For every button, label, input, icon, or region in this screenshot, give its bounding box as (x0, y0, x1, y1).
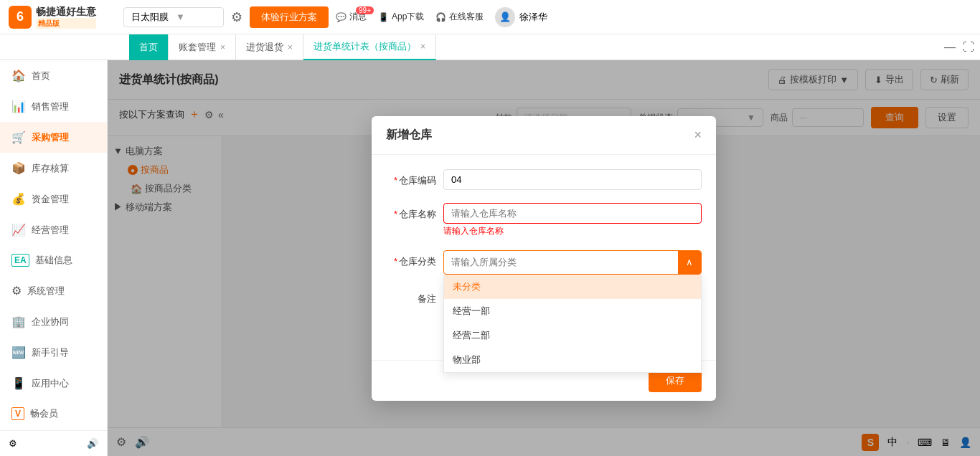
settings-gear-button[interactable]: ⚙ (231, 9, 242, 25)
sidebar-home-label: 首页 (32, 70, 50, 82)
tab-purchase-return-label: 进货退货 (246, 41, 283, 54)
category-arrow-icon[interactable]: ∧ (678, 251, 701, 274)
sidebar-purchase-label: 采购管理 (32, 131, 69, 144)
code-label: 仓库编码 (386, 169, 443, 187)
tab-bar-controls: — ⛶ (944, 41, 980, 54)
sales-icon: 📊 (11, 100, 26, 113)
sidebar-bottom: ⚙ 🔊 (0, 430, 107, 456)
sidebar-guide-label: 新手引导 (32, 346, 69, 359)
headset-icon: 🎧 (435, 12, 446, 22)
tab-home-label: 首页 (139, 41, 158, 54)
modal-body: 仓库编码 仓库名称 请输入仓库名称 (372, 155, 716, 360)
inventory-icon: 📦 (11, 161, 26, 175)
dropdown-item-0[interactable]: 未分类 (444, 275, 701, 299)
brand-text: 畅捷通好生意 精品版 (36, 5, 96, 29)
sidebar-item-sales[interactable]: 📊 销售管理 (0, 91, 107, 122)
name-label: 仓库名称 (386, 203, 443, 221)
tab-purchase-stats[interactable]: 进货单统计表（按商品） × (303, 34, 436, 60)
category-dropdown-list: 未分类 经营一部 经营二部 物业部 (443, 275, 702, 373)
name-input-wrap: 请输入仓库名称 (443, 203, 702, 237)
tab-accounts[interactable]: 账套管理 × (169, 34, 236, 60)
base-info-icon: EA (11, 254, 29, 267)
sidebar-item-home[interactable]: 🏠 首页 (0, 60, 107, 91)
tab-purchase-return[interactable]: 进货退货 × (236, 34, 303, 60)
top-header: 6 畅捷通好生意 精品版 日太阳膜 ▼ ⚙ 体验行业方案 💬 消息 99+ 📱 … (0, 0, 980, 34)
name-error-msg: 请输入仓库名称 (443, 225, 702, 237)
app-logo-icon: 6 (9, 6, 32, 29)
logo-area: 6 畅捷通好生意 精品版 (9, 5, 116, 29)
user-menu[interactable]: 👤 徐泽华 (495, 7, 547, 27)
app-download-button[interactable]: 📱 App下载 (378, 11, 424, 23)
sidebar-speaker-icon[interactable]: 🔊 (87, 438, 98, 449)
modal-close-button[interactable]: × (694, 128, 702, 143)
system-icon: ⚙ (11, 284, 22, 298)
notifications-button[interactable]: 💬 消息 99+ (336, 11, 367, 23)
tab-accounts-close[interactable]: × (220, 42, 225, 52)
modal-title: 新增仓库 (386, 128, 432, 143)
form-row-name: 仓库名称 请输入仓库名称 (386, 203, 702, 237)
customer-service-button[interactable]: 🎧 在线客服 (435, 11, 484, 23)
trial-button[interactable]: 体验行业方案 (250, 6, 329, 28)
sidebar-item-appcenter[interactable]: 📱 应用中心 (0, 368, 107, 399)
tab-home[interactable]: 首页 (129, 34, 169, 60)
main-layout: 🏠 首页 📊 销售管理 🛒 采购管理 📦 库存核算 💰 资金管理 📈 经营管理 … (0, 60, 980, 456)
sidebar-appcenter-label: 应用中心 (32, 377, 69, 390)
category-dropdown-row: ∧ (443, 250, 702, 275)
member-icon: V (11, 407, 24, 420)
tab-purchase-return-close[interactable]: × (288, 42, 293, 52)
form-row-code: 仓库编码 (386, 169, 702, 190)
sidebar-member-label: 畅会员 (30, 407, 58, 420)
username-label: 徐泽华 (519, 11, 547, 24)
store-arrow-icon: ▼ (176, 11, 216, 22)
guide-icon: 🆕 (11, 346, 26, 359)
sidebar-item-member[interactable]: V 畅会员 (0, 399, 107, 429)
notes-label: 备注 (386, 288, 443, 305)
form-row-category: 仓库分类 ∧ 未分类 经营一部 经营二部 物业部 (386, 250, 702, 275)
store-selector[interactable]: 日太阳膜 ▼ (123, 7, 224, 27)
mobile-icon: 📱 (378, 12, 389, 22)
category-input[interactable] (444, 252, 678, 272)
sidebar-item-inventory[interactable]: 📦 库存核算 (0, 153, 107, 184)
finance-icon: 💰 (11, 192, 26, 206)
store-name: 日太阳膜 (131, 11, 171, 24)
category-input-wrap: ∧ 未分类 经营一部 经营二部 物业部 (443, 250, 702, 275)
code-input[interactable] (443, 169, 702, 190)
content-area: 进货单统计(按商品) 🖨 按模板打印 ▼ ⬇ 导出 ↻ 刷新 (108, 60, 980, 456)
tab-minimize-button[interactable]: — (944, 41, 956, 54)
operations-icon: 📈 (11, 223, 26, 237)
enterprise-icon: 🏢 (11, 315, 26, 328)
tab-purchase-stats-close[interactable]: × (420, 42, 425, 52)
sidebar: 🏠 首页 📊 销售管理 🛒 采购管理 📦 库存核算 💰 资金管理 📈 经营管理 … (0, 60, 108, 456)
sidebar-item-finance[interactable]: 💰 资金管理 (0, 184, 107, 214)
sidebar-settings-icon[interactable]: ⚙ (9, 438, 17, 449)
dropdown-item-3[interactable]: 物业部 (444, 348, 701, 372)
purchase-icon: 🛒 (11, 130, 26, 144)
sidebar-item-enterprise[interactable]: 🏢 企业协同 (0, 306, 107, 337)
name-input[interactable] (443, 203, 702, 224)
tab-accounts-label: 账套管理 (179, 41, 216, 54)
tab-expand-button[interactable]: ⛶ (963, 41, 974, 54)
header-icon-group: 💬 消息 99+ 📱 App下载 🎧 在线客服 👤 徐泽华 (336, 7, 547, 27)
sidebar-operations-label: 经营管理 (32, 224, 69, 237)
sidebar-item-operations[interactable]: 📈 经营管理 (0, 214, 107, 245)
sidebar-base-label: 基础信息 (35, 254, 72, 267)
sidebar-item-purchase[interactable]: 🛒 采购管理 (0, 122, 107, 153)
sidebar-item-system[interactable]: ⚙ 系统管理 (0, 275, 107, 306)
sidebar-system-label: 系统管理 (27, 285, 65, 298)
dropdown-item-2[interactable]: 经营二部 (444, 323, 701, 348)
sidebar-sales-label: 销售管理 (32, 100, 69, 113)
home-icon: 🏠 (11, 69, 26, 82)
code-input-wrap (443, 169, 702, 190)
sidebar-item-base[interactable]: EA 基础信息 (0, 245, 107, 275)
category-label: 仓库分类 (386, 250, 443, 268)
notification-badge: 99+ (356, 6, 374, 14)
tab-bar: 首页 账套管理 × 进货退货 × 进货单统计表（按商品） × — ⛶ (0, 34, 980, 60)
tab-purchase-stats-label: 进货单统计表（按商品） (314, 40, 416, 53)
brand-sub: 精品版 (36, 18, 96, 29)
sidebar-item-guide[interactable]: 🆕 新手引导 (0, 337, 107, 368)
sidebar-inventory-label: 库存核算 (32, 162, 69, 175)
brand-main: 畅捷通好生意 (36, 5, 96, 18)
modal-overlay: 新增仓库 × 仓库编码 仓库名称 (108, 60, 980, 456)
dropdown-item-1[interactable]: 经营一部 (444, 299, 701, 323)
sidebar-finance-label: 资金管理 (32, 193, 69, 206)
